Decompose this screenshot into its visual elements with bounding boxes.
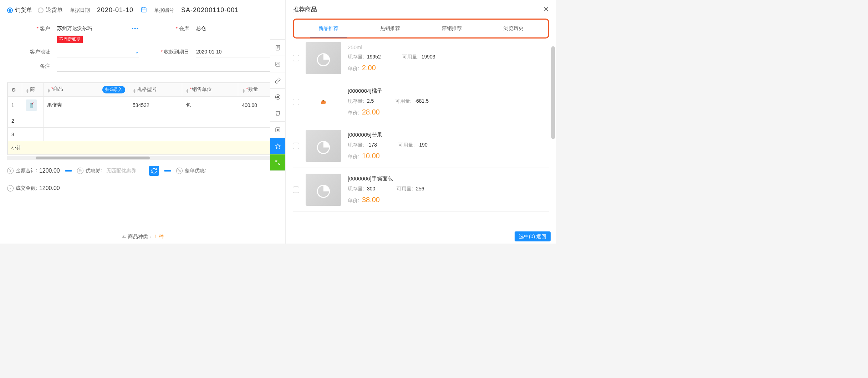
warehouse-field[interactable]: 总仓: [196, 24, 278, 34]
ellipsis-icon[interactable]: •••: [132, 26, 139, 31]
toolbar-currency-button[interactable]: ¥: [270, 122, 285, 138]
row-number: 2: [8, 114, 22, 128]
customer-label: *客户: [7, 24, 50, 32]
coupon-input[interactable]: 无匹配优惠券: [104, 167, 147, 175]
chevron-down-icon[interactable]: ⌄: [135, 49, 139, 55]
item-name: [0000004]橘子: [348, 88, 549, 94]
customer-badge: 不固定账期: [57, 36, 83, 43]
vertical-scrollbar[interactable]: [551, 46, 555, 139]
item-checkbox[interactable]: [293, 143, 299, 149]
gear-icon: ⚙: [11, 87, 16, 93]
radio-dot-icon: [7, 7, 13, 13]
sort-icon: ▲▼: [242, 89, 245, 93]
refresh-button[interactable]: [149, 166, 159, 176]
close-icon[interactable]: ✕: [543, 5, 549, 14]
customer-field[interactable]: 苏州万达沃尔玛 •••: [57, 24, 139, 34]
toolbar-expand-button[interactable]: [270, 154, 285, 171]
item-thumb: ◔: [306, 174, 341, 206]
item-checkbox[interactable]: [293, 55, 299, 61]
list-item: ◔ 250ml 现存量:19952 可用量:19903 单价:2.00: [293, 42, 549, 80]
product-thumb: 🥤: [26, 99, 37, 111]
calendar-icon[interactable]: [141, 6, 147, 14]
deal-icon: ✓: [7, 185, 14, 191]
row-spec[interactable]: 534532: [129, 97, 182, 114]
toolbar-transfer-button[interactable]: [270, 89, 285, 105]
address-label: 客户地址: [7, 47, 50, 55]
table-row[interactable]: 3: [8, 128, 278, 141]
yen-icon: ¥: [7, 168, 14, 174]
doc-num-label: 单据编号: [154, 7, 174, 14]
toolbar-link-button[interactable]: [270, 72, 285, 89]
svg-point-9: [275, 94, 280, 99]
document-type-row: 销货单 退货单 单据日期 2020-01-10 单据编号 SA-20200110…: [7, 4, 278, 17]
radio-sales-order[interactable]: 销货单: [7, 6, 32, 14]
discount-icon: %: [176, 168, 183, 174]
recommend-list[interactable]: ◔ 250ml 现存量:19952 可用量:19903 单价:2.00 [0: [286, 42, 556, 244]
table-row[interactable]: 1 🥤 果倍爽 534532 包 400.00: [8, 97, 278, 114]
horizontal-scrollbar[interactable]: [7, 156, 278, 160]
coupon-field: 券 优惠券: 无匹配优惠券: [77, 166, 159, 176]
row-product[interactable]: 果倍爽: [44, 97, 129, 114]
scrollbar-thumb[interactable]: [36, 157, 150, 159]
radio-return-order[interactable]: 退货单: [38, 6, 63, 14]
item-thumb: [306, 86, 341, 118]
sort-icon: ▲▼: [186, 89, 189, 93]
doc-date-label: 单据日期: [70, 7, 90, 14]
tab-browse-history[interactable]: 浏览历史: [483, 22, 545, 35]
item-name: [0000006]手撕面包: [348, 175, 549, 182]
coupon-icon: 券: [77, 168, 83, 174]
radio-sales-label: 销货单: [15, 6, 32, 14]
warehouse-label: *仓库: [146, 24, 189, 32]
row-number: 3: [8, 128, 22, 141]
tab-slow-recommend[interactable]: 滞销推荐: [421, 22, 483, 35]
customer-value: 苏州万达沃尔玛: [57, 25, 132, 32]
item-checkbox[interactable]: [293, 99, 299, 105]
toolbar-notes-button[interactable]: [270, 40, 285, 56]
col-settings[interactable]: ⚙: [8, 83, 22, 97]
list-item: ◔ [0000006]手撕面包 现存量:300 可用量:256 单价:38.00: [293, 168, 549, 212]
tab-new-recommend[interactable]: 新品推荐: [297, 22, 359, 35]
list-item: ◔ [0000005]芒果 现存量:-178 可用量:-190 单价:10.00: [293, 124, 549, 168]
side-toolbar: ¥: [270, 39, 285, 171]
due-date-label: *收款到期日: [146, 47, 189, 55]
item-thumb: ◔: [306, 42, 341, 74]
doc-num-value: SA-20200110-001: [181, 6, 239, 14]
row-unit[interactable]: 包: [182, 97, 238, 114]
remark-field[interactable]: [57, 62, 278, 72]
svg-marker-13: [275, 144, 280, 149]
col-product[interactable]: ▲▼*商品扫码录入: [44, 83, 129, 97]
sort-icon: ▲▼: [133, 89, 136, 93]
tag-icon: 🏷: [122, 234, 127, 239]
item-name: [0000005]芒果: [348, 132, 549, 138]
deal-amount: ✓ 成交金额: 1200.00: [7, 185, 60, 191]
item-name: 250ml: [348, 44, 549, 50]
doc-date-value[interactable]: 2020-01-10: [97, 6, 133, 14]
selected-return-button[interactable]: 选中(0) 返回: [515, 231, 551, 241]
due-date-value: 2020-01-10: [196, 49, 278, 55]
bottom-summary: 🏷 商品种类： 1 种: [0, 234, 285, 240]
minus-icon: [65, 170, 72, 172]
toolbar-favorite-button[interactable]: [270, 138, 285, 154]
toolbar-chart-button[interactable]: [270, 56, 285, 72]
total-amount: ¥ 金额合计: 1200.00: [7, 168, 60, 174]
address-field[interactable]: ⌄: [57, 47, 139, 57]
subtotal-label: 小计: [8, 141, 278, 155]
item-checkbox[interactable]: [293, 187, 299, 193]
svg-rect-0: [141, 8, 146, 12]
table-row[interactable]: 2: [8, 114, 278, 128]
col-unit[interactable]: ▲▼*销售单位: [182, 83, 238, 97]
recommend-title: 推荐商品: [293, 5, 317, 14]
due-date-field[interactable]: 2020-01-10: [196, 47, 278, 57]
list-item: [0000004]橘子 现存量:2.5 可用量:-681.5 单价:28.00: [293, 80, 549, 124]
warehouse-value: 总仓: [196, 25, 278, 32]
toolbar-archive-button[interactable]: [270, 105, 285, 122]
row-number: 1: [8, 97, 22, 114]
subtotal-row: 小计: [8, 141, 278, 155]
col-spec[interactable]: ▲▼规格型号: [129, 83, 182, 97]
remark-label: 备注: [7, 62, 50, 70]
tab-hot-recommend[interactable]: 热销推荐: [359, 22, 421, 35]
scan-input-button[interactable]: 扫码录入: [102, 86, 125, 93]
minus-icon: [164, 170, 171, 172]
col-image[interactable]: ▲▼商: [22, 83, 44, 97]
radio-return-label: 退货单: [46, 6, 63, 14]
